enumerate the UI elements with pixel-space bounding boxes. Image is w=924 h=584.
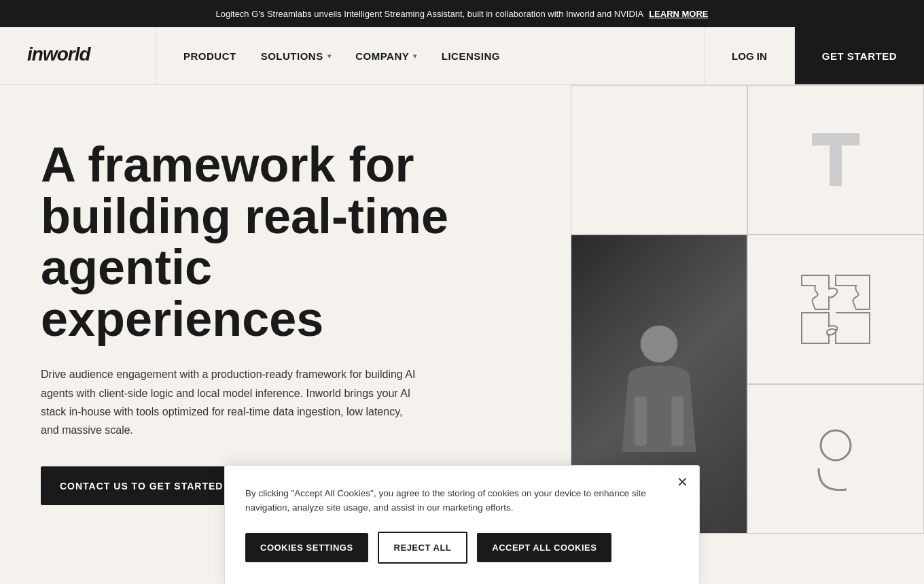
svg-point-5 bbox=[821, 430, 851, 460]
hero-title: A framework for building real-time agent… bbox=[41, 139, 476, 345]
svg-point-2 bbox=[641, 326, 678, 363]
learn-more-link[interactable]: LEARN MORE bbox=[649, 9, 708, 19]
nav-licensing[interactable]: LICENSING bbox=[442, 50, 500, 62]
reject-all-button[interactable]: REJECT ALL bbox=[378, 532, 468, 564]
login-button[interactable]: LOG IN bbox=[705, 27, 795, 84]
t-vertical bbox=[830, 145, 842, 186]
puzzle-icon bbox=[795, 269, 876, 350]
nav-product[interactable]: PRODUCT bbox=[183, 50, 236, 62]
svg-text:inworld: inworld bbox=[27, 44, 91, 65]
nav-links: PRODUCT SOLUTIONS ▾ COMPANY ▾ LICENSING bbox=[156, 27, 704, 84]
hero-description: Drive audience engagement with a product… bbox=[41, 365, 421, 439]
logo-area: inworld bbox=[0, 27, 156, 84]
cookie-close-button[interactable]: ✕ bbox=[677, 475, 688, 489]
cookie-overlay: ✕ By clicking "Accept All Cookies", you … bbox=[0, 465, 924, 584]
nav-solutions[interactable]: SOLUTIONS ▾ bbox=[261, 50, 332, 62]
grid-cell-empty bbox=[571, 85, 747, 235]
t-horizontal bbox=[812, 133, 859, 145]
logo[interactable]: inworld bbox=[27, 41, 116, 70]
get-started-button[interactable]: GET STARTED bbox=[795, 27, 924, 84]
nav-company[interactable]: COMPANY ▾ bbox=[355, 50, 417, 62]
cookies-settings-button[interactable]: COOKIES SETTINGS bbox=[245, 533, 368, 562]
cookie-banner: ✕ By clicking "Accept All Cookies", you … bbox=[224, 465, 700, 584]
grid-cell-t-shape bbox=[747, 85, 924, 235]
svg-rect-3 bbox=[635, 396, 647, 446]
t-shape-icon bbox=[812, 133, 859, 186]
chevron-down-icon: ▾ bbox=[327, 52, 332, 60]
accept-all-cookies-button[interactable]: ACCEPT ALL COOKIES bbox=[477, 533, 611, 562]
navigation: inworld PRODUCT SOLUTIONS ▾ COMPANY ▾ LI… bbox=[0, 27, 924, 85]
banner-text: Logitech G's Streamlabs unveils Intellig… bbox=[215, 9, 643, 19]
chevron-down-icon: ▾ bbox=[413, 52, 417, 60]
cookie-text: By clicking "Accept All Cookies", you ag… bbox=[245, 486, 679, 515]
nav-actions: LOG IN GET STARTED bbox=[704, 27, 924, 84]
top-banner: Logitech G's Streamlabs unveils Intellig… bbox=[0, 0, 924, 27]
puzzle-cell bbox=[747, 235, 924, 384]
svg-rect-4 bbox=[671, 396, 683, 446]
cookie-buttons: COOKIES SETTINGS REJECT ALL ACCEPT ALL C… bbox=[245, 532, 679, 564]
